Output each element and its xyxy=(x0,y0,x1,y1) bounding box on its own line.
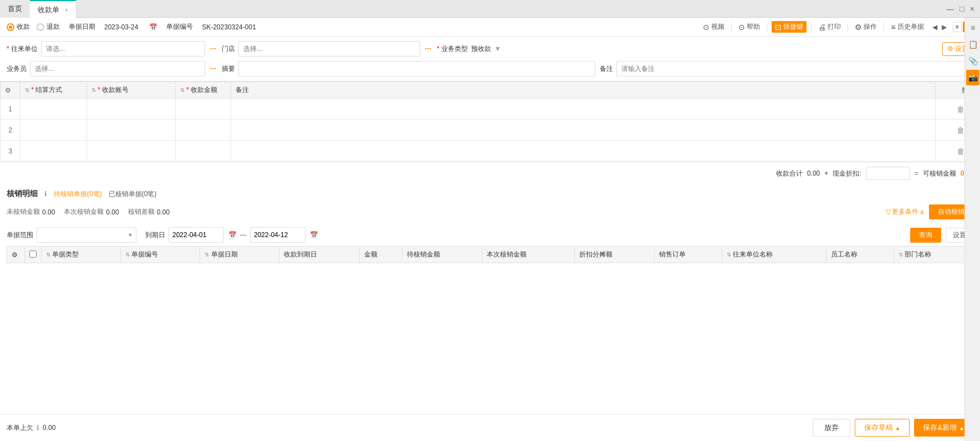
calendar-icon[interactable]: 📅 xyxy=(149,23,157,31)
store-input[interactable] xyxy=(238,41,420,57)
row3-delete-btn[interactable]: 🗑 xyxy=(957,147,964,156)
row-num-1: 1 xyxy=(1,99,21,120)
sidebar-icon-3[interactable]: 📎 xyxy=(966,53,979,69)
row1-settlement[interactable] xyxy=(21,99,87,120)
save-draft-btn[interactable]: 保存草稿 ▲ xyxy=(855,419,910,437)
col-settlement: ⇅ * 结算方式 xyxy=(21,82,87,99)
radio-receipt-dot xyxy=(7,23,14,31)
tab-home[interactable]: 首页 xyxy=(0,0,30,18)
writeoff-info-icon[interactable]: ℹ xyxy=(44,190,47,198)
page-up-label: 本单上欠 xyxy=(7,423,33,433)
date-from-calendar-icon[interactable]: 📅 xyxy=(228,231,237,239)
business-type-chevron[interactable]: ▼ xyxy=(494,45,501,53)
row2-delete-btn[interactable]: 🗑 xyxy=(957,126,964,135)
maximize-btn[interactable]: □ xyxy=(959,4,964,13)
receipt-type-group: 收款 退款 xyxy=(7,22,60,32)
row2-settlement[interactable] xyxy=(21,120,87,141)
date-value: 2023-03-24 xyxy=(104,23,138,31)
date-sep: — xyxy=(240,231,247,239)
from-unit-more-btn[interactable]: ··· xyxy=(208,44,217,53)
print-btn[interactable]: 🖨 打印 xyxy=(816,21,843,33)
detail-checkbox-col[interactable] xyxy=(25,247,42,263)
save-draft-arrow: ▲ xyxy=(895,425,901,431)
staff-input[interactable] xyxy=(30,61,205,76)
writeoff-header: 核销明细 ℹ 待核销单据(0笔) 已核销单据(0笔) xyxy=(7,184,973,202)
summary-label: 摘要 xyxy=(222,64,235,74)
sidebar-icon-1[interactable]: ≡ xyxy=(966,20,979,35)
row3-account[interactable] xyxy=(87,141,176,162)
nav-prev[interactable]: ◀ xyxy=(931,23,939,32)
total-value: 0.00 xyxy=(807,170,820,177)
table-settings-header[interactable]: ⚙ xyxy=(1,82,21,99)
shortcut-btn[interactable]: ⊡ 快捷键 xyxy=(772,21,807,33)
detail-select-all[interactable] xyxy=(29,250,37,258)
table-gear-icon[interactable]: ⚙ xyxy=(5,86,11,94)
radio-refund[interactable]: 退款 xyxy=(37,22,60,32)
detail-discount-col: 折扣分摊额 xyxy=(574,247,654,263)
remark-input[interactable] xyxy=(616,61,973,76)
row2-account[interactable] xyxy=(87,120,176,141)
plus-sign: + xyxy=(824,170,828,177)
remark-label: 备注 xyxy=(600,64,613,74)
equals-sign: = xyxy=(915,170,918,177)
row2-amount[interactable] xyxy=(176,120,231,141)
date-to-input[interactable] xyxy=(250,227,305,243)
tab-bar: 首页 收款单 × — □ × xyxy=(0,0,980,18)
row1-amount[interactable] xyxy=(176,99,231,120)
from-unit-field: * 往来单位 ··· xyxy=(7,41,217,57)
date-to-calendar-icon[interactable]: 📅 xyxy=(310,231,318,239)
tab-receipt[interactable]: 收款单 × xyxy=(30,0,76,18)
operation-btn[interactable]: ⚙ 操作 xyxy=(853,21,879,33)
video-btn[interactable]: ⊙ 视频 xyxy=(701,21,727,33)
row3-amount[interactable] xyxy=(176,141,231,162)
detail-gear-icon[interactable]: ⚙ xyxy=(12,251,18,259)
row2-remark[interactable] xyxy=(231,120,936,141)
staff-more-btn[interactable]: ··· xyxy=(208,64,217,73)
row1-delete-btn[interactable]: 🗑 xyxy=(957,105,964,114)
radio-receipt[interactable]: 收款 xyxy=(7,22,30,32)
done-tab[interactable]: 已核销单据(0笔) xyxy=(109,189,157,199)
tab-close-icon[interactable]: × xyxy=(65,7,68,13)
summary-row: 收款合计 0.00 + 现金折扣: = 可核销金额 0.00 xyxy=(0,162,980,184)
summary-input[interactable] xyxy=(238,61,595,76)
help-btn[interactable]: ⊙ 帮助 xyxy=(736,21,762,33)
view-list[interactable]: ≡ xyxy=(953,22,962,32)
store-label: 门店 xyxy=(222,44,235,54)
row1-remark[interactable] xyxy=(231,99,936,120)
query-btn[interactable]: 查询 xyxy=(910,228,941,243)
row1-account[interactable] xyxy=(87,99,176,120)
abandon-btn[interactable]: 放弃 xyxy=(813,419,850,437)
more-filter-btn[interactable]: ▽ 更多条件 ∧ xyxy=(886,207,925,217)
from-unit-input[interactable] xyxy=(41,41,205,57)
number-label: 单据编号 xyxy=(166,22,193,32)
pending-tab[interactable]: 待核销单据(0笔) xyxy=(54,189,102,199)
store-field: 门店 ··· xyxy=(222,41,432,57)
minimize-btn[interactable]: — xyxy=(946,4,954,13)
history-btn[interactable]: ≡ 历史单据 xyxy=(889,21,926,33)
discount-input[interactable] xyxy=(866,167,910,180)
detail-amount-col: 金额 xyxy=(359,247,402,263)
doc-range-select[interactable] xyxy=(37,227,136,243)
footer: 本单上欠 ℹ 0.00 放弃 保存草稿 ▲ 保存&新增 ▲ xyxy=(0,414,980,441)
row3-remark[interactable] xyxy=(231,141,936,162)
detail-settings-col[interactable]: ⚙ xyxy=(7,247,25,263)
col-account: ⇅ * 收款账号 xyxy=(87,82,176,99)
sidebar-icon-2[interactable]: 📋 xyxy=(966,37,979,52)
filter-row: 单据范围 ▾ 到期日 📅 — 📅 查询 设置 xyxy=(7,224,973,246)
date-from-input[interactable] xyxy=(169,227,224,243)
filter-icon: ▽ xyxy=(886,208,891,216)
staff-field: 业务员 ··· xyxy=(7,61,217,76)
page-up-info-icon[interactable]: ℹ xyxy=(37,424,39,432)
detail-from-col: ⇅ 往来单位名称 xyxy=(722,247,826,263)
nav-next[interactable]: ▶ xyxy=(940,23,948,32)
sidebar-icon-4[interactable]: 📸 xyxy=(966,70,979,85)
store-more-btn[interactable]: ··· xyxy=(423,44,432,53)
save-new-arrow: ▲ xyxy=(959,425,964,431)
staff-label: 业务员 xyxy=(7,64,27,74)
form-row-2: 业务员 ··· 摘要 备注 xyxy=(7,61,973,76)
from-unit-label: * 往来单位 xyxy=(7,44,38,54)
close-btn[interactable]: × xyxy=(970,4,974,13)
divider3 xyxy=(811,23,811,32)
row3-settlement[interactable] xyxy=(21,141,87,162)
divider1 xyxy=(731,23,732,32)
